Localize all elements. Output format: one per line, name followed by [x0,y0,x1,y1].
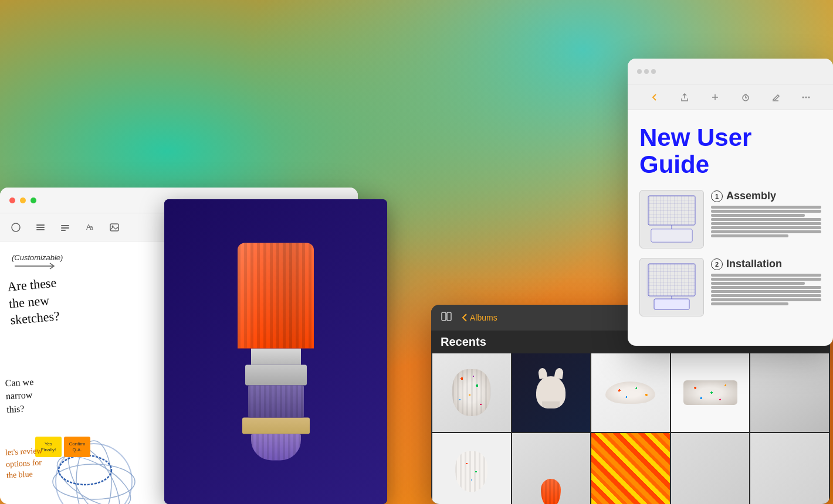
assembly-section-title: Assembly [726,190,776,202]
photos-grid [431,353,830,504]
doc-dot-2 [644,69,649,74]
installation-section-title: Installation [726,258,782,270]
doc-section-installation-text: 2 Installation [711,258,821,316]
assembly-diagram-svg [642,193,701,246]
sticky-notes-container: YesFinally! ConfirmQ.A. [35,437,90,457]
photo-cell-8[interactable] [591,433,670,504]
text-line [711,294,821,297]
doc-share-button[interactable] [676,89,693,105]
oval-highlight-svg [56,452,114,488]
orange-vase [238,243,314,461]
doc-dot-1 [637,69,642,74]
photos-sidebar-icon[interactable] [441,311,452,325]
text-toolbar-icon[interactable]: Aa [83,221,96,234]
doc-add-button[interactable] [707,89,723,105]
installation-diagram-svg [642,261,701,314]
photos-albums-label: Albums [470,313,497,322]
doc-timer-button[interactable] [737,89,754,105]
product-panel [164,199,387,504]
svg-point-41 [802,96,804,98]
list-toolbar-icon[interactable] [34,221,47,234]
svg-rect-51 [654,299,689,309]
svg-rect-5 [61,227,69,229]
svg-rect-6 [61,230,66,231]
svg-rect-47 [651,229,692,242]
assembly-section-number: 1 [711,190,723,202]
photo-partial-cell [750,353,829,432]
photo-striped-cell [591,433,670,504]
doc-window: New User Guide [628,59,833,346]
svg-point-25 [59,455,111,485]
svg-point-42 [805,96,807,98]
sketch-handwriting-1: Are thesethe newsketches? [6,274,60,329]
svg-point-0 [12,223,20,231]
photo-cell-7[interactable] [512,433,591,504]
photo-light-bg-cell [591,353,670,432]
svg-rect-34 [442,312,446,321]
svg-rect-3 [36,229,45,230]
svg-rect-45 [648,196,695,225]
doc-back-button[interactable] [646,89,663,105]
photo-white-bg-cell [671,353,750,432]
assembly-body-lines [711,206,821,237]
doc-toolbar [628,84,833,110]
doc-section-assembly-text: 1 Assembly [711,190,821,248]
photo-cell-1[interactable] [432,353,511,432]
photo-cell-9[interactable] [671,433,750,504]
svg-rect-35 [447,312,451,321]
layers-toolbar-icon[interactable] [59,221,72,234]
doc-titlebar-dots [637,69,656,74]
photo-cell-6[interactable] [432,433,511,504]
text-line [711,274,821,277]
text-line [711,226,821,229]
photo-white-surface-cell [432,433,511,504]
doc-more-button[interactable] [798,89,814,105]
photo-cell-3[interactable] [591,353,670,432]
svg-point-43 [808,96,810,98]
sketch-arrow-svg [12,260,59,272]
doc-section-installation: 2 Installation [639,258,821,316]
text-line [711,230,821,233]
doc-section-assembly-heading: 1 Assembly [711,190,821,202]
photo-cell-5[interactable] [750,353,829,432]
text-line [711,222,821,225]
doc-section-assembly: 1 Assembly [639,190,821,248]
product-image-area [164,199,387,504]
text-line [711,298,821,301]
photos-back-button[interactable]: Albums [462,313,497,322]
sketch-handwriting-2: Can wenarrowthis? [5,376,35,417]
text-line [711,286,821,289]
text-line [711,290,821,293]
svg-rect-49 [648,264,695,296]
doc-section-installation-image [639,258,704,316]
text-line [711,278,821,281]
svg-rect-2 [36,227,45,228]
photo-cell-10[interactable] [750,433,829,504]
photo-empty-cell-2 [750,433,829,504]
svg-text:a: a [90,224,93,231]
photo-empty-cell-1 [671,433,750,504]
doc-title: New User Guide [639,124,821,178]
text-line [711,214,805,217]
text-line [711,234,788,237]
photo-cell-2[interactable] [512,353,591,432]
sticky-note-2: ConfirmQ.A. [64,437,90,457]
window-close-dot[interactable] [9,197,15,203]
circle-toolbar-icon[interactable] [9,221,22,234]
svg-rect-1 [36,224,45,226]
image-toolbar-icon[interactable] [108,221,121,234]
photo-speckled-vase [432,353,511,432]
doc-dot-3 [651,69,656,74]
sketch-handwriting-3: let's reviewoptions forthe blue [5,445,45,482]
photo-cell-4[interactable] [671,353,750,432]
doc-content: New User Guide [628,110,833,346]
doc-section-assembly-image [639,190,704,248]
doc-highlight-button[interactable] [767,89,784,105]
window-maximize-dot[interactable] [31,197,36,203]
svg-rect-4 [61,225,69,226]
text-line [711,206,821,209]
text-line [711,218,821,221]
window-minimize-dot[interactable] [20,197,26,203]
text-line [711,302,788,305]
installation-body-lines [711,274,821,305]
